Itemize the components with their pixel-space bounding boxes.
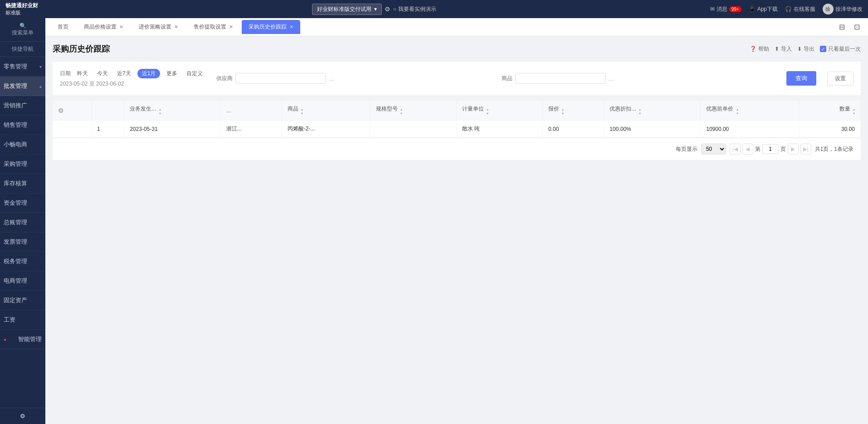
tab-sale-price[interactable]: 售价提取设置 ✕	[187, 20, 240, 34]
supplier-more-button[interactable]: ...	[329, 75, 334, 82]
col-discount[interactable]: 优惠折扣... ▴▾	[604, 101, 701, 120]
topbar-right: ✉ 消息 99+ 📱 App下载 🎧 在线客服 徐 徐泽华修改	[710, 4, 863, 14]
export-button[interactable]: ⬇ 导出	[797, 45, 814, 53]
col-product[interactable]: 商品 ▴▾	[282, 101, 370, 120]
cell-discount: 100.00%	[604, 120, 701, 138]
only-last-checkbox[interactable]: ✓ 只看最后一次	[820, 45, 861, 53]
sidebar-item-finance[interactable]: 资金管理	[0, 193, 45, 213]
topbar-settings-button[interactable]: ⚙	[385, 5, 390, 13]
filter-bar: 日期 昨天 今天 近7天 近1月 更多 自定义 2023-05-02 至 202…	[53, 62, 861, 95]
sort-icon: ▴▾	[159, 107, 161, 116]
content-area: 首页 商品价格设置 ✕ 进价策略设置 ✕ 售价提取设置 ✕ 采购历史价跟踪 ✕ …	[45, 18, 868, 424]
sidebar-item-ledger[interactable]: 总账管理	[0, 213, 45, 232]
supplier-input[interactable]	[235, 73, 326, 84]
tab-close-history-price[interactable]: ✕	[289, 24, 293, 30]
tab-history-price[interactable]: 采购历史价跟踪 ✕	[242, 20, 300, 34]
headset-icon: 🎧	[785, 6, 792, 12]
user-menu-button[interactable]: 徐 徐泽华修改	[823, 4, 863, 14]
col-more[interactable]: ...	[221, 101, 282, 120]
message-badge: 99+	[729, 6, 741, 12]
col-qty[interactable]: 数量 ▴▾	[799, 101, 860, 120]
sidebar-quicknav[interactable]: 快捷导航	[0, 42, 45, 57]
date-btn-more[interactable]: 更多	[164, 69, 180, 78]
sidebar-item-invoice[interactable]: 发票管理	[0, 232, 45, 252]
tab-home[interactable]: 首页	[51, 20, 75, 34]
page-nav: |◀ ◀ 第 页 ▶ ▶|	[730, 144, 811, 154]
next-page-button[interactable]: ▶	[788, 144, 799, 154]
sidebar-item-inventory[interactable]: 库存核算	[0, 174, 45, 193]
sidebar-item-tax[interactable]: 税务管理	[0, 252, 45, 271]
date-btn-last1m[interactable]: 近1月	[137, 69, 161, 78]
sort-icon: ▴▾	[400, 107, 402, 116]
sidebar-item-assets[interactable]: 固定资产	[0, 291, 45, 310]
filter-settings-button[interactable]: 设置	[827, 72, 853, 86]
sort-icon: ▴▾	[736, 107, 738, 116]
topbar-center: 好业财标准版交付试用 ▾ ⚙ ○ 我要看实例演示	[312, 4, 436, 15]
page-title: 采购历史价跟踪	[53, 43, 110, 54]
sidebar-item-sales[interactable]: 销售管理	[0, 116, 45, 135]
topbar-left: 畅捷通好业财 标准版	[5, 2, 38, 16]
sidebar-item-label: 税务管理	[4, 257, 27, 265]
sidebar-settings[interactable]: ⚙	[0, 408, 45, 424]
avatar: 徐	[823, 4, 834, 14]
tab-purchase-strategy[interactable]: 进价策略设置 ✕	[132, 20, 185, 34]
prev-page-button[interactable]: ◀	[742, 144, 753, 154]
export-icon: ⬇	[797, 46, 802, 52]
page: 采购历史价跟踪 ❓ 帮助 ⬆ 导入 ⬇ 导出 ✓	[45, 36, 868, 424]
online-service-button[interactable]: 🎧 在线客服	[785, 5, 815, 13]
demo-link[interactable]: ○ 我要看实例演示	[393, 5, 436, 13]
import-button[interactable]: ⬆ 导入	[775, 45, 792, 53]
date-btn-today[interactable]: 今天	[94, 69, 111, 78]
product-label: 商品	[502, 75, 512, 82]
gear-icon: ⚙	[20, 413, 25, 419]
table-row: 1 2023-05-31 浙江... 丙烯酸-2-... 散水 吨 0.00 1…	[53, 120, 861, 138]
sidebar-item-ecom[interactable]: 电商管理	[0, 271, 45, 291]
sidebar-item-wholesale[interactable]: 批发管理 ▴	[0, 77, 45, 96]
product-input[interactable]	[515, 73, 606, 84]
chevron-down-icon: ▾	[39, 64, 42, 69]
col-unit[interactable]: 计量单位 ▴▾	[457, 101, 543, 120]
cell-unit: 散水 吨	[457, 120, 543, 138]
col-gear[interactable]: ⚙	[53, 101, 92, 120]
app-download-button[interactable]: 📱 App下载	[749, 5, 778, 13]
col-spec[interactable]: 规格型号 ▴▾	[371, 101, 457, 120]
tabbar-end: ⊟ ⊡	[836, 22, 863, 32]
phone-icon: 📱	[749, 6, 756, 12]
per-page-select[interactable]: 50 20 100 200	[701, 144, 726, 154]
date-btn-yesterday[interactable]: 昨天	[74, 69, 91, 78]
product-more-button[interactable]: ...	[609, 75, 614, 82]
window-maximize-button[interactable]: ⊡	[851, 22, 863, 32]
date-options: 昨天 今天 近7天 近1月 更多 自定义	[74, 69, 205, 78]
window-minimize-button[interactable]: ⊟	[836, 22, 848, 32]
main-layout: 🔍 搜索菜单 快捷导航 零售管理 ▾ 批发管理 ▴ 营销推广 销售管理 小畅电商…	[0, 18, 868, 424]
play-icon: ○	[393, 6, 396, 12]
sidebar-item-marketing[interactable]: 营销推广	[0, 96, 45, 116]
last-page-button[interactable]: ▶|	[800, 144, 811, 154]
sidebar-item-purchase[interactable]: 采购管理	[0, 154, 45, 174]
page-input[interactable]	[762, 144, 779, 154]
edition-selector[interactable]: 好业财标准版交付试用 ▾	[312, 4, 382, 15]
sidebar-item-label: 营销推广	[4, 101, 27, 110]
date-btn-custom[interactable]: 自定义	[184, 69, 205, 78]
sidebar-item-retail[interactable]: 零售管理 ▾	[0, 57, 45, 77]
tab-close-sale-price[interactable]: ✕	[229, 24, 233, 30]
tab-close-purchase-strategy[interactable]: ✕	[174, 24, 178, 30]
table-header-row: ⚙ 业务发生... ▴▾ ... 商品 ▴▾	[53, 101, 861, 120]
tab-close-price[interactable]: ✕	[119, 24, 123, 30]
tab-price[interactable]: 商品价格设置 ✕	[77, 20, 130, 34]
query-button[interactable]: 查询	[786, 71, 816, 86]
import-icon: ⬆	[775, 46, 779, 52]
sidebar-item-payroll[interactable]: 工资	[0, 310, 45, 330]
date-btn-last7[interactable]: 近7天	[114, 69, 134, 78]
sidebar-item-ecom-small[interactable]: 小畅电商	[0, 135, 45, 154]
col-price-before[interactable]: 优惠前单价 ▴▾	[701, 101, 799, 120]
first-page-button[interactable]: |◀	[730, 144, 741, 154]
message-button[interactable]: ✉ 消息 99+	[710, 5, 741, 13]
sidebar-search[interactable]: 🔍 搜索菜单	[0, 18, 45, 42]
sidebar-item-smart[interactable]: ● 智能管理	[0, 330, 45, 349]
date-filter-label: 日期	[60, 70, 71, 77]
message-icon: ✉	[710, 6, 715, 12]
col-date[interactable]: 业务发生... ▴▾	[124, 101, 221, 120]
help-button[interactable]: ❓ 帮助	[750, 45, 769, 53]
col-quote[interactable]: 报价 ▴▾	[543, 101, 604, 120]
